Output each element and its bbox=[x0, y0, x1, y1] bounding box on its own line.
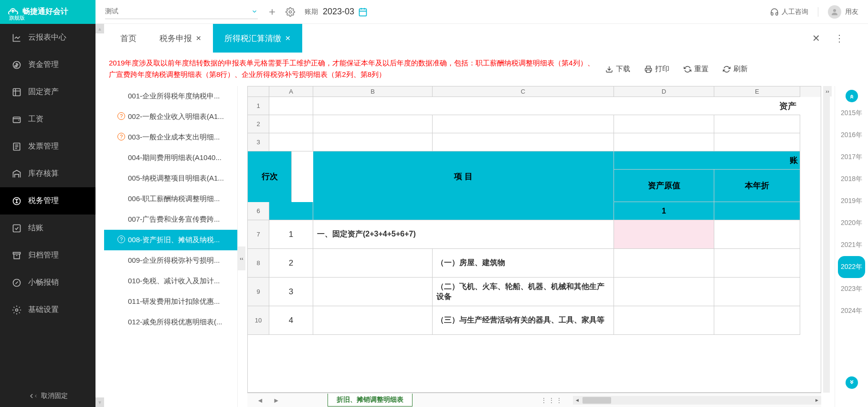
report-item[interactable]: 007-广告费和业务宣传费跨... bbox=[104, 209, 237, 230]
sidebar-scroll-up[interactable]: ▲ bbox=[95, 24, 104, 33]
tab[interactable]: 首页 bbox=[109, 24, 148, 53]
support-link[interactable]: 人工咨询 bbox=[770, 8, 808, 16]
cell-title[interactable]: 资产 bbox=[313, 97, 800, 115]
row-header[interactable]: 2 bbox=[248, 115, 269, 133]
row-header[interactable]: 3 bbox=[248, 133, 269, 151]
cell[interactable] bbox=[714, 115, 800, 133]
refresh-button[interactable]: 刷新 bbox=[723, 64, 748, 74]
gear-icon[interactable] bbox=[286, 7, 295, 17]
col-header-d[interactable]: D bbox=[614, 86, 714, 97]
cell[interactable] bbox=[714, 249, 800, 278]
cell[interactable] bbox=[269, 202, 313, 220]
plus-icon[interactable] bbox=[267, 7, 277, 17]
scrollbar-thumb[interactable] bbox=[582, 397, 611, 404]
cell[interactable] bbox=[313, 133, 433, 151]
sidebar-item-archive[interactable]: 归档管理 bbox=[0, 242, 95, 269]
cell[interactable] bbox=[714, 220, 800, 249]
cell-text[interactable]: 一、固定资产(2+3+4+5+6+7) bbox=[313, 220, 614, 249]
sheet-nav-prev[interactable]: ◄ bbox=[257, 396, 264, 404]
year-item[interactable]: 2024年 bbox=[835, 300, 868, 322]
col-header-c[interactable]: C bbox=[433, 86, 614, 97]
year-scroll-down[interactable] bbox=[846, 376, 858, 389]
cell-text[interactable]: （一）房屋、建筑物 bbox=[433, 249, 614, 278]
year-item[interactable]: 2021年 bbox=[835, 234, 868, 256]
cell[interactable] bbox=[433, 115, 614, 133]
year-item[interactable]: 2022年 bbox=[838, 256, 865, 278]
close-all-icon[interactable]: ✕ bbox=[812, 32, 820, 44]
report-item[interactable]: 009-企业所得税弥补亏损明... bbox=[104, 250, 237, 271]
unpin-button[interactable]: 取消固定 bbox=[0, 385, 95, 407]
select-all-corner[interactable] bbox=[248, 86, 269, 97]
collapse-report-list[interactable]: ‹‹ bbox=[238, 246, 245, 270]
tab[interactable]: 税务申报✕ bbox=[148, 24, 213, 53]
cell-line[interactable]: 3 bbox=[269, 278, 313, 306]
sidebar-item-check[interactable]: 结账 bbox=[0, 214, 95, 242]
cell-text[interactable]: （三）与生产经营活动有关的器具、工具、家具等 bbox=[433, 306, 614, 335]
cell-header-account[interactable]: 账 bbox=[614, 151, 800, 170]
cell-header-project[interactable]: 项 目 bbox=[313, 151, 614, 202]
year-item[interactable]: 2023年 bbox=[835, 278, 868, 300]
report-item[interactable]: 011-研发费用加计扣除优惠... bbox=[104, 291, 237, 312]
year-item[interactable]: 2017年 bbox=[835, 146, 868, 168]
print-button[interactable]: 打印 bbox=[645, 64, 669, 74]
report-item[interactable]: 005-纳税调整项目明细表(A1... bbox=[104, 168, 237, 189]
cell-line[interactable]: 2 bbox=[269, 249, 313, 278]
year-item[interactable]: 2016年 bbox=[835, 124, 868, 146]
cell[interactable] bbox=[714, 202, 800, 220]
sidebar-item-warehouse[interactable]: 库存核算 bbox=[0, 160, 95, 187]
cell-colnum[interactable]: 1 bbox=[614, 202, 714, 220]
cell-header-original[interactable]: 资产原值 bbox=[614, 170, 714, 202]
year-item[interactable]: 2019年 bbox=[835, 190, 868, 212]
cell[interactable] bbox=[313, 202, 614, 220]
col-header-a[interactable]: A bbox=[269, 86, 313, 97]
scroll-left-icon[interactable]: ◄ bbox=[573, 396, 582, 405]
reset-button[interactable]: 重置 bbox=[684, 64, 709, 74]
sidebar-item-invoice[interactable]: 发票管理 bbox=[0, 133, 95, 160]
cell[interactable] bbox=[269, 97, 313, 115]
sheet-nav-next[interactable]: ► bbox=[273, 396, 280, 404]
row-header[interactable]: 7 bbox=[248, 220, 269, 249]
close-icon[interactable]: ✕ bbox=[285, 34, 291, 42]
sidebar-item-chart[interactable]: 云报表中心 bbox=[0, 24, 95, 51]
report-item[interactable]: 008-资产折旧、摊销及纳税... bbox=[104, 230, 237, 250]
horizontal-scrollbar[interactable]: ◄ ► bbox=[573, 396, 821, 405]
cell[interactable] bbox=[614, 249, 714, 278]
cell[interactable] bbox=[614, 278, 714, 306]
close-icon[interactable]: ✕ bbox=[196, 34, 201, 42]
cell[interactable] bbox=[614, 133, 714, 151]
cell[interactable] bbox=[614, 220, 714, 249]
report-item[interactable]: 010-免税、减计收入及加计... bbox=[104, 271, 237, 291]
calendar-icon[interactable] bbox=[358, 7, 368, 17]
cell-header-line[interactable]: 行次 bbox=[248, 151, 292, 202]
cell[interactable] bbox=[313, 278, 433, 306]
download-button[interactable]: 下载 bbox=[605, 64, 630, 74]
sheet-tab[interactable]: 折旧、摊销调整明细表 bbox=[328, 394, 413, 407]
row-header[interactable]: 10 bbox=[248, 306, 269, 335]
sheet-resize-handle[interactable]: ⋮⋮⋮ bbox=[540, 396, 563, 404]
cell[interactable] bbox=[614, 115, 714, 133]
report-item[interactable]: 002-一般企业收入明细表(A1... bbox=[104, 107, 237, 127]
cell[interactable] bbox=[269, 115, 313, 133]
row-header[interactable]: 9 bbox=[248, 278, 269, 306]
project-select[interactable]: 测试 bbox=[105, 4, 258, 19]
year-scroll-up[interactable] bbox=[846, 90, 858, 102]
expand-sheet-icon[interactable]: ›› bbox=[823, 86, 832, 96]
cell[interactable] bbox=[313, 249, 433, 278]
row-header[interactable]: 1 bbox=[248, 97, 269, 115]
cell-line[interactable]: 1 bbox=[269, 220, 313, 249]
cell[interactable] bbox=[313, 115, 433, 133]
spreadsheet[interactable]: A B C D E 1 资产 2 3 bbox=[247, 86, 821, 393]
report-item[interactable]: 004-期间费用明细表(A1040... bbox=[104, 148, 237, 168]
sidebar-item-gear[interactable]: 基础设置 bbox=[0, 296, 95, 323]
cell[interactable] bbox=[269, 133, 313, 151]
year-item[interactable]: 2020年 bbox=[835, 212, 868, 234]
sidebar-item-reimburse[interactable]: 小畅报销 bbox=[0, 269, 95, 296]
sidebar-scroll-down[interactable]: ▼ bbox=[95, 397, 104, 407]
col-header-e[interactable]: E bbox=[714, 86, 800, 97]
vertical-scrollbar[interactable] bbox=[823, 96, 830, 393]
sidebar-item-wallet[interactable]: 工资 bbox=[0, 106, 95, 133]
more-icon[interactable]: ⋮ bbox=[835, 32, 844, 44]
scroll-right-icon[interactable]: ► bbox=[813, 396, 821, 405]
tab[interactable]: 所得税汇算清缴✕ bbox=[213, 24, 302, 53]
cell[interactable] bbox=[313, 306, 433, 335]
